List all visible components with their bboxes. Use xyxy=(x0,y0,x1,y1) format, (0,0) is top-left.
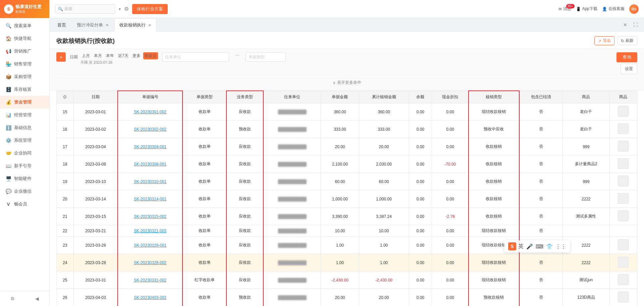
solution-button[interactable]: 体验行业方案 xyxy=(132,4,168,14)
voucher-no-link[interactable]: SK-20230301-002 xyxy=(134,110,166,114)
voucher-no-link[interactable]: SK-20230315-002 xyxy=(134,214,166,219)
logo-icon: 6 xyxy=(4,4,13,14)
sidebar-item-hardware[interactable]: 🖥️ 智能硬件 xyxy=(0,172,49,185)
app-download-action[interactable]: 📱 App下载 xyxy=(576,6,597,12)
filter-voucher-type-input[interactable]: 单据类型 xyxy=(246,52,286,62)
message-icon: ✉ xyxy=(558,7,562,11)
sidebar-item-label: 系统管理 xyxy=(14,137,32,143)
purchase-icon: 📦 xyxy=(5,74,11,79)
filter-date-cur-month[interactable]: 本月 xyxy=(93,52,103,59)
th-product[interactable]: 商品 xyxy=(562,91,609,103)
query-button[interactable]: 查询 xyxy=(616,52,637,62)
voucher-no-link[interactable]: SK-20230308-001 xyxy=(134,162,166,167)
voucher-no-link[interactable]: SK-20230304-001 xyxy=(134,144,166,149)
operations-icon: 📊 xyxy=(5,112,11,118)
sidebar-item-guide[interactable]: 📖 新手引导 xyxy=(0,160,49,172)
watermark-icons: 英 🎤 ⌨ 👕 ⋮⋮ xyxy=(518,243,566,250)
sidebar-item-search[interactable]: 🔍 搜索菜单 xyxy=(0,19,49,32)
filter-dots[interactable]: ··· xyxy=(233,52,241,58)
tab-receivable[interactable]: 预计冲应付单 ✕ xyxy=(72,18,114,32)
sidebar-item-inventory[interactable]: 🗄️ 库存核算 xyxy=(0,83,49,96)
th-amount[interactable]: 单据金额 xyxy=(321,91,359,103)
filter-date-options: 上月 本月 本年 近7天 更多 自定义 xyxy=(80,52,158,59)
sidebar-item-sales[interactable]: 🏪 销售管理 xyxy=(0,58,49,70)
filter-date-more[interactable]: 更多 xyxy=(131,52,142,59)
user-avatar[interactable]: Rit xyxy=(629,4,639,14)
topbar-gear-icon[interactable]: ⚙ xyxy=(124,6,129,12)
product-image xyxy=(618,176,629,186)
filter-counterparty-input[interactable]: 往来单位 xyxy=(162,52,229,62)
topbar-dropdown-arrow[interactable]: ▾ xyxy=(119,7,121,11)
watermark-s-icon: S xyxy=(508,242,516,250)
sidebar-item-enterprise[interactable]: 🤝 企业协同 xyxy=(0,147,49,160)
export-button[interactable]: ↗ 导出 xyxy=(594,36,614,45)
sidebar-item-vip[interactable]: V 畅会员 xyxy=(0,198,49,210)
voucher-no-link[interactable]: SK-20230314-001 xyxy=(134,197,166,201)
sidebar-item-label: 畅会员 xyxy=(14,201,27,207)
voucher-no-link[interactable]: SK-20230310-001 xyxy=(134,179,166,184)
filter-settings-button[interactable]: 设置 xyxy=(621,64,637,74)
th-date[interactable]: 日期 xyxy=(73,91,118,103)
th-gear[interactable]: ⚙ xyxy=(57,91,74,103)
filter-date-cur-year[interactable]: 本年 xyxy=(105,52,115,59)
voucher-no-link[interactable]: SK-20230328-001 xyxy=(134,243,166,248)
marketing-icon: 📢 xyxy=(5,49,11,54)
tab-writeoff-close[interactable]: ✕ xyxy=(148,23,151,27)
refresh-icon: ↻ xyxy=(621,39,624,43)
th-voucher-no[interactable]: 单据编号 xyxy=(118,91,182,103)
voucher-no-link[interactable]: SK-20230403-002 xyxy=(134,295,166,300)
tab-receivable-label: 预计冲应付单 xyxy=(77,22,103,28)
collapse-sidebar-btn[interactable]: ◀ xyxy=(32,294,42,303)
product-image xyxy=(618,141,629,151)
product-image xyxy=(618,257,629,267)
th-writeoff-type[interactable]: 核销类型 xyxy=(469,91,519,103)
tab-writeoff[interactable]: 收款核销执行 ✕ xyxy=(114,18,156,32)
voucher-no-link[interactable]: SK-20230302-002 xyxy=(134,127,166,132)
expand-more-button[interactable]: ∨ 展开更多条件 xyxy=(333,80,361,85)
th-product-img[interactable]: 商品 xyxy=(609,91,637,103)
sidebar-item-quick-nav[interactable]: 🏠 快捷导航 xyxy=(0,32,49,45)
fullscreen-btn[interactable]: ⛶ xyxy=(631,21,640,29)
table-row: 242023-03-28SK-20230328-002收款单应收款███████… xyxy=(57,254,637,271)
page-title: 收款核销执行(按收款) xyxy=(56,37,115,45)
app-label: App下载 xyxy=(582,6,597,12)
th-writeoff-amount[interactable]: 累计核销金额 xyxy=(359,91,409,103)
export-icon: ↗ xyxy=(598,39,601,43)
tab-home[interactable]: 首页 xyxy=(52,18,71,32)
filter-date-7days[interactable]: 近7天 xyxy=(117,52,130,59)
sidebar-item-finance[interactable]: 💰 资金管理 xyxy=(0,96,49,109)
filter-custom-date-btn[interactable]: 自定义 xyxy=(143,52,158,59)
product-image xyxy=(618,158,629,169)
tab-receivable-close[interactable]: ✕ xyxy=(106,23,109,27)
th-biz-type[interactable]: 业务类型 xyxy=(226,91,263,103)
sidebar-bottom: ⚙ ◀ xyxy=(0,291,49,306)
refresh-button[interactable]: ↻ 刷新 xyxy=(617,36,637,45)
counterparty-blurred: ██████████ xyxy=(278,179,307,184)
topbar-search[interactable]: 🔍 搜索 xyxy=(55,4,115,14)
product-image xyxy=(618,123,629,134)
filter-expand-button[interactable]: » xyxy=(56,52,66,62)
close-all-tabs-btn[interactable]: ✕ xyxy=(621,21,629,29)
sidebar-item-operations[interactable]: 📊 经营管理 xyxy=(0,109,49,121)
settings-bottom-btn[interactable]: ⚙ xyxy=(7,294,18,303)
sidebar-menu: 🔍 搜索菜单 🏠 快捷导航 📢 营销推广 🏪 销售管理 📦 采购管理 🗄️ 库存… xyxy=(0,18,49,291)
sidebar-item-label: 新手引导 xyxy=(14,163,32,169)
filter-date-prev-month[interactable]: 上月 xyxy=(80,52,91,59)
page-header: 收款核销执行(按收款) ↗ 导出 ↻ 刷新 xyxy=(50,32,644,49)
message-action[interactable]: ✉ 消息 99+ xyxy=(558,6,571,12)
voucher-no-link[interactable]: SK-20230331-002 xyxy=(134,278,166,283)
th-include-settled[interactable]: 包含已结清 xyxy=(519,91,563,103)
sidebar-item-purchase[interactable]: 📦 采购管理 xyxy=(0,70,49,83)
voucher-no-link[interactable]: SK-20230328-002 xyxy=(134,260,166,265)
sidebar-item-wechat[interactable]: 💬 企业微信 xyxy=(0,185,49,198)
sidebar-item-basic[interactable]: ℹ️ 基础信息 xyxy=(0,121,49,134)
sidebar-item-system[interactable]: ⚙️ 系统管理 xyxy=(0,134,49,147)
voucher-no-link[interactable]: SK-20230321-003 xyxy=(134,229,166,233)
th-balance[interactable]: 余额 xyxy=(409,91,432,103)
online-service-action[interactable]: 👤 在线客服 xyxy=(602,6,625,12)
th-voucher-type[interactable]: 单据类型 xyxy=(182,91,226,103)
sidebar-item-marketing[interactable]: 📢 营销推广 xyxy=(0,45,49,58)
th-cash-discount[interactable]: 现金折扣 xyxy=(432,91,469,103)
product-image xyxy=(618,274,629,285)
th-counterparty[interactable]: 往来单位 xyxy=(263,91,321,103)
